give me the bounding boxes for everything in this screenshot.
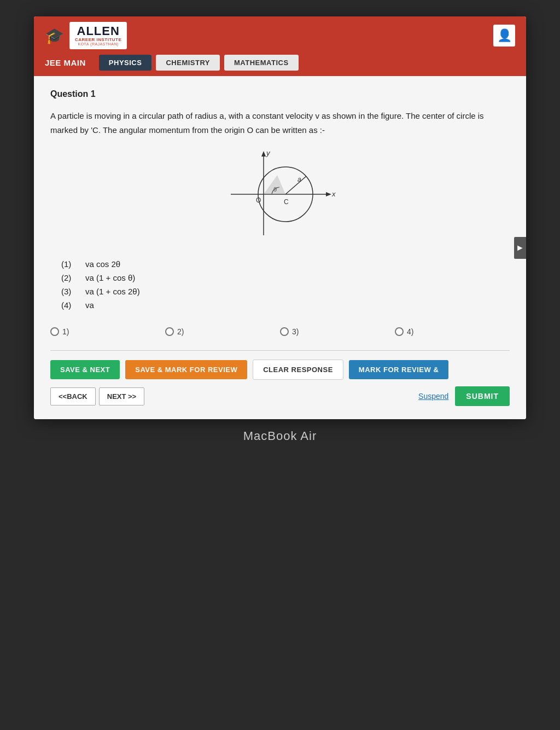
back-button[interactable]: <<BACK xyxy=(50,387,96,405)
svg-marker-2 xyxy=(261,151,266,157)
macbook-label: MacBook Air xyxy=(34,429,526,443)
user-icon[interactable]: 👤 xyxy=(493,25,515,47)
action-btn-row: SAVE & NEXT SAVE & MARK FOR REVIEW CLEAR… xyxy=(50,360,510,380)
option-2: (2) va (1 + cos θ) xyxy=(61,273,510,282)
radio-circle-2[interactable] xyxy=(165,327,174,336)
submit-button[interactable]: SUBMIT xyxy=(455,386,510,406)
option-4-text: va xyxy=(85,300,94,310)
option-2-num: (2) xyxy=(61,273,77,282)
circle-diagram: y x C O a θ xyxy=(220,148,340,246)
radio-option-4[interactable]: 4) xyxy=(395,327,510,336)
logo-area: 🎓 ALLEN CAREER INSTITUTE KOTA (RAJASTHAN… xyxy=(45,22,127,50)
nav-right: Suspend SUBMIT xyxy=(418,386,510,406)
radio-label-2: 2) xyxy=(177,327,184,336)
next-button[interactable]: NEXT >> xyxy=(99,387,144,405)
svg-marker-3 xyxy=(326,192,331,196)
save-next-button[interactable]: SAVE & NEXT xyxy=(50,360,120,379)
diagram-area: y x C O a θ xyxy=(50,148,510,246)
nav-left: <<BACK NEXT >> xyxy=(50,387,144,405)
logo-title: ALLEN xyxy=(77,25,120,37)
allen-icon: 🎓 xyxy=(45,27,64,45)
radio-option-2[interactable]: 2) xyxy=(165,327,280,336)
header: 🎓 ALLEN CAREER INSTITUTE KOTA (RAJASTHAN… xyxy=(34,16,526,55)
option-4-num: (4) xyxy=(61,300,77,310)
divider xyxy=(50,350,510,351)
tab-mathematics[interactable]: MATHEMATICS xyxy=(224,55,299,71)
content-area: Question 1 A particle is moving in a cir… xyxy=(34,76,526,419)
option-3: (3) va (1 + cos 2θ) xyxy=(61,287,510,296)
logo-box: ALLEN CAREER INSTITUTE KOTA (RAJASTHAN) xyxy=(69,22,127,50)
option-3-text: va (1 + cos 2θ) xyxy=(85,287,140,296)
nav-title: JEE MAIN xyxy=(45,58,86,67)
mark-for-review-button[interactable]: MARK FOR REVIEW & xyxy=(349,360,448,379)
svg-line-9 xyxy=(285,176,306,194)
radio-option-3[interactable]: 3) xyxy=(280,327,395,336)
nav-bar: JEE MAIN PHYSICS CHEMISTRY MATHEMATICS xyxy=(34,55,526,76)
svg-text:y: y xyxy=(266,149,271,157)
radio-circle-3[interactable] xyxy=(280,327,289,336)
svg-text:a: a xyxy=(298,176,301,183)
clear-response-button[interactable]: CLEAR RESPONSE xyxy=(253,360,343,380)
option-1: (1) va cos 2θ xyxy=(61,259,510,269)
nav-row: <<BACK NEXT >> Suspend SUBMIT xyxy=(50,386,510,406)
save-mark-review-button[interactable]: SAVE & MARK FOR REVIEW xyxy=(125,360,247,379)
radio-row: 1) 2) 3) 4) xyxy=(50,322,510,341)
option-3-num: (3) xyxy=(61,287,77,296)
radio-option-1[interactable]: 1) xyxy=(50,327,165,336)
question-label: Question 1 xyxy=(50,89,510,99)
svg-text:O: O xyxy=(256,196,261,204)
radio-circle-1[interactable] xyxy=(50,327,59,336)
option-4: (4) va xyxy=(61,300,510,310)
suspend-link[interactable]: Suspend xyxy=(418,392,448,401)
radio-label-4: 4) xyxy=(407,327,413,336)
svg-text:C: C xyxy=(284,198,289,206)
tab-physics[interactable]: PHYSICS xyxy=(99,55,152,71)
option-1-num: (1) xyxy=(61,259,77,269)
option-2-text: va (1 + cos θ) xyxy=(85,273,135,282)
question-text: A particle is moving in a circular path … xyxy=(50,109,510,137)
radio-circle-4[interactable] xyxy=(395,327,404,336)
svg-text:x: x xyxy=(331,190,336,198)
logo-sub: CAREER INSTITUTE xyxy=(75,37,121,43)
tab-chemistry[interactable]: CHEMISTRY xyxy=(156,55,220,71)
panel-toggle-arrow[interactable]: ► xyxy=(514,237,526,259)
radio-label-1: 1) xyxy=(62,327,69,336)
logo-kota: KOTA (RAJASTHAN) xyxy=(78,42,118,46)
radio-label-3: 3) xyxy=(292,327,299,336)
option-1-text: va cos 2θ xyxy=(85,259,120,269)
options-list: (1) va cos 2θ (2) va (1 + cos θ) (3) va … xyxy=(50,259,510,310)
